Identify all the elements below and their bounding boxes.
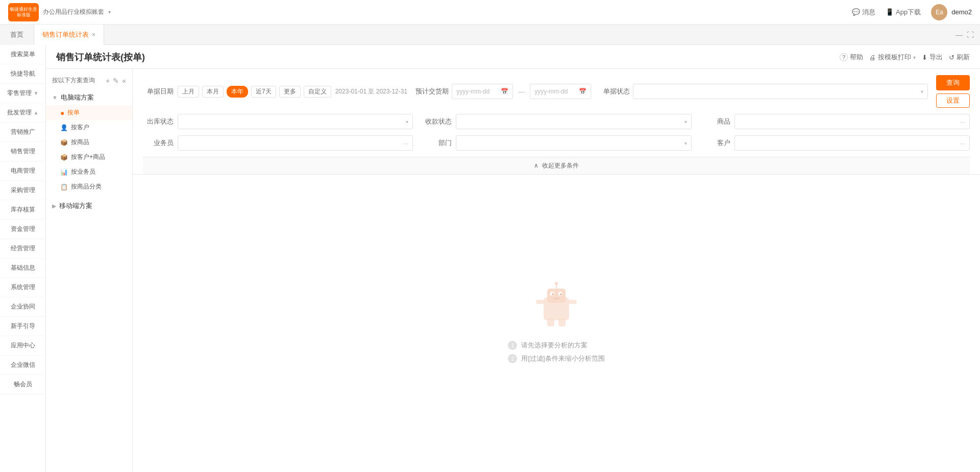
tree-pc-parent[interactable]: ▼ 电脑端方案: [46, 90, 132, 105]
sidebar-item-app-center[interactable]: 应用中心: [0, 336, 45, 356]
sidebar: 搜索菜单 快捷导航 零售管理 ▼ 批发管理 ▲ 营销推广 销售管理 电商管理 采…: [0, 45, 46, 472]
tree-child-by-category[interactable]: 📋 按商品分类: [46, 179, 132, 194]
sidebar-label-inventory: 库存核算: [11, 206, 35, 213]
avatar: Ea: [931, 4, 947, 20]
calendar-end-icon: 📅: [579, 88, 586, 95]
out-status-select[interactable]: ▾: [178, 114, 413, 129]
sidebar-item-purchase[interactable]: 采购管理: [0, 181, 45, 200]
left-panel-icons: + ✎ «: [106, 77, 126, 85]
sidebar-item-ecommerce[interactable]: 电商管理: [0, 161, 45, 181]
sidebar-label-basic-info: 基础信息: [11, 264, 35, 271]
sidebar-item-basic-info[interactable]: 基础信息: [0, 258, 45, 278]
sidebar-item-corp-wechat[interactable]: 企业微信: [0, 356, 45, 375]
status-select[interactable]: ▾: [633, 84, 928, 99]
tab-sales-order[interactable]: 销售订单统计表 ×: [34, 25, 104, 45]
sidebar-item-sales[interactable]: 销售管理: [0, 142, 45, 161]
left-panel: 按以下方案查询 + ✎ « ▼ 电脑端方案 ● 按单: [46, 69, 133, 472]
sidebar-label-purchase: 采购管理: [11, 186, 35, 194]
tabbar: 首页 销售订单统计表 × — ⛶: [0, 25, 980, 45]
date-this-month-btn[interactable]: 本月: [202, 86, 224, 98]
date-7days-btn[interactable]: 近7天: [251, 86, 276, 98]
sidebar-item-new-guide[interactable]: 新手引导: [0, 317, 45, 336]
tree-child-by-order[interactable]: ● 按单: [46, 105, 132, 120]
content-area: 销售订单统计表(按单) ? 帮助 🖨 按模板打印 ▾ ⬇ 导出 ↺ 刷新: [46, 45, 980, 472]
department-select[interactable]: ▾: [456, 135, 691, 151]
settings-button[interactable]: 设置: [936, 93, 970, 108]
empty-state: 1 请先选择要分析的方案 2 用[过滤]条件来缩小分析范围: [133, 249, 980, 398]
refresh-button[interactable]: ↺ 刷新: [949, 53, 970, 62]
tree-byorder-label: 按单: [67, 108, 80, 117]
sidebar-item-business[interactable]: 经营管理: [0, 239, 45, 258]
tab-close-icon[interactable]: ×: [92, 31, 95, 38]
export-button[interactable]: ⬇ 导出: [922, 53, 943, 62]
date-last-month-btn[interactable]: 上月: [178, 86, 199, 98]
svg-rect-7: [569, 300, 577, 304]
maximize-icon[interactable]: ⛶: [967, 31, 974, 39]
sidebar-item-corp-collab[interactable]: 企业协同: [0, 297, 45, 317]
app-selector-dropdown[interactable]: ▾: [108, 9, 111, 15]
step2-num: 2: [508, 354, 517, 363]
date-label: 单据日期: [143, 87, 174, 96]
sidebar-item-system[interactable]: 系统管理: [0, 278, 45, 297]
sidebar-label-member: 畅会员: [14, 381, 32, 388]
salesperson-label: 业务员: [143, 138, 174, 148]
message-action[interactable]: 💬 消息: [852, 8, 875, 17]
tree-child-by-salesperson[interactable]: 📊 按业务员: [46, 164, 132, 179]
department-label: 部门: [421, 138, 452, 148]
date-this-year-btn[interactable]: 本年: [227, 86, 248, 98]
expected-date-end[interactable]: yyyy-mm-dd 📅: [530, 84, 591, 99]
print-icon: 🖨: [869, 54, 876, 61]
customer-input[interactable]: ···: [734, 135, 970, 151]
query-button[interactable]: 查询: [936, 75, 970, 90]
sidebar-item-search-menu[interactable]: 搜索菜单: [0, 45, 45, 64]
edit-scheme-icon[interactable]: ✎: [113, 77, 119, 85]
tree-mobile-parent[interactable]: ▶ 移动端方案: [46, 198, 132, 214]
topbar: 畅捷通好生意 标准版 办公用品行业模拟账套 ▾ 💬 消息 📱 App下载 Ea …: [0, 0, 980, 25]
calendar-start-icon: 📅: [501, 88, 508, 95]
date-custom-btn[interactable]: 自定义: [304, 86, 331, 98]
empty-step-1: 1 请先选择要分析的方案: [508, 341, 604, 350]
collapse-filters-btn[interactable]: ∧ 收起更多条件: [143, 157, 970, 174]
print-button[interactable]: 🖨 按模板打印 ▾: [869, 53, 916, 62]
status-label: 单据状态: [599, 87, 630, 96]
sidebar-item-member[interactable]: 畅会员: [0, 375, 45, 394]
sidebar-item-quick-nav[interactable]: 快捷导航: [0, 64, 45, 84]
status-filter-group: 单据状态 ▾: [599, 84, 928, 99]
tree-child-by-product[interactable]: 📦 按商品: [46, 135, 132, 150]
sidebar-item-retail[interactable]: 零售管理 ▼: [0, 84, 45, 103]
filter-row-1: 单据日期 上月 本月 本年 近7天 更多 自定义 2023-01-01 至 20…: [143, 75, 970, 108]
tree-child-by-customer-product[interactable]: 📦 按客户+商品: [46, 150, 132, 164]
user-area[interactable]: Ea demo2: [931, 4, 972, 20]
tree-child-by-customer[interactable]: 👤 按客户: [46, 120, 132, 135]
svg-rect-6: [536, 300, 544, 304]
filter-panel: 单据日期 上月 本月 本年 近7天 更多 自定义 2023-01-01 至 20…: [133, 69, 980, 175]
sidebar-item-wholesale[interactable]: 批发管理 ▲: [0, 103, 45, 123]
add-scheme-icon[interactable]: +: [106, 77, 110, 85]
minimize-icon[interactable]: —: [955, 31, 963, 39]
app-download-label: App下载: [896, 8, 921, 17]
filter-row-3: 业务员 ··· 部门 ▾: [143, 135, 970, 151]
date-more-btn[interactable]: 更多: [279, 86, 301, 98]
sidebar-item-marketing[interactable]: 营销推广: [0, 123, 45, 142]
sidebar-label-marketing: 营销推广: [11, 128, 35, 135]
department-arrow-icon: ▾: [684, 140, 687, 146]
refresh-label: 刷新: [957, 53, 970, 62]
print-arrow-icon: ▾: [913, 55, 916, 60]
product-input[interactable]: ···: [734, 114, 970, 129]
sidebar-item-inventory[interactable]: 库存核算: [0, 200, 45, 220]
app-download-action[interactable]: 📱 App下载: [886, 8, 921, 17]
collapse-panel-icon[interactable]: «: [122, 77, 126, 85]
expected-date-start[interactable]: yyyy-mm-dd 📅: [452, 84, 513, 99]
sidebar-label-search: 搜索菜单: [11, 51, 35, 58]
app-name: 办公用品行业模拟账套: [43, 8, 104, 16]
empty-step-2: 2 用[过滤]条件来缩小分析范围: [508, 354, 604, 363]
status-arrow-icon: ▾: [921, 89, 923, 95]
svg-rect-1: [547, 289, 566, 303]
salesperson-input[interactable]: ···: [178, 135, 413, 151]
receipt-status-select[interactable]: ▾: [456, 114, 691, 129]
tab-home[interactable]: 首页: [0, 25, 34, 45]
sidebar-item-finance[interactable]: 资金管理: [0, 220, 45, 239]
help-label: 帮助: [850, 53, 863, 62]
sidebar-label-corp-wechat: 企业微信: [11, 361, 35, 368]
help-button[interactable]: ? 帮助: [840, 53, 863, 62]
